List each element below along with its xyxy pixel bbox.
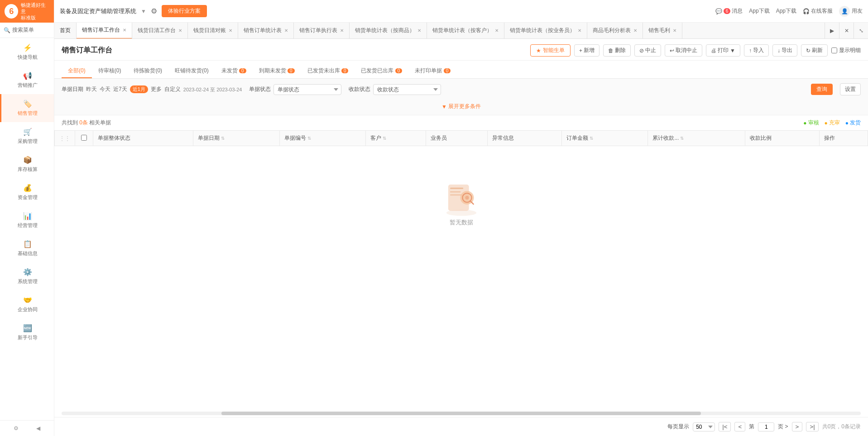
- user-area[interactable]: 👤 用友: [839, 6, 863, 17]
- revoke-btn[interactable]: ● 充审: [825, 119, 840, 127]
- date-more[interactable]: 更多: [151, 85, 162, 93]
- sidebar-item-operations[interactable]: 📊 经营管理: [0, 206, 54, 234]
- tab-sales-stats-product[interactable]: 销货单统计表（按商品） ✕: [350, 23, 427, 39]
- sort-number[interactable]: 单据编号 ⇅: [284, 134, 361, 142]
- message-area[interactable]: 💬 6 消息: [715, 7, 743, 15]
- tab-close-sales-stats-customer[interactable]: ✕: [495, 28, 499, 33]
- collapse-icon[interactable]: ◀: [36, 425, 40, 431]
- sidebar-item-quick[interactable]: ⚡ 快捷导航: [0, 38, 54, 66]
- sidebar-item-marketing[interactable]: 📢 营销推广: [0, 66, 54, 94]
- payment-select[interactable]: 收款状态: [373, 84, 441, 95]
- cancel-suspend-btn[interactable]: ↩ 取消中止: [665, 44, 702, 57]
- search-menu[interactable]: 🔍 搜索菜单: [0, 23, 54, 38]
- tab-restore-btn[interactable]: ⤡: [854, 23, 868, 39]
- print-btn[interactable]: 🖨 打印 ▼: [706, 44, 740, 57]
- date-1month[interactable]: 近1月: [130, 85, 148, 93]
- sort-customer[interactable]: 客户 ⇅: [370, 134, 421, 142]
- sidebar-item-sales[interactable]: 🏷️ 销售管理: [0, 94, 54, 122]
- topbar-gear-icon[interactable]: ⚙: [151, 7, 157, 15]
- tab-close-sales-stats[interactable]: ✕: [284, 28, 288, 33]
- suspend-btn[interactable]: ⊘ 中止: [634, 44, 661, 57]
- sidebar-item-purchase[interactable]: 🛒 采购管理: [0, 122, 54, 150]
- tab-close-cash-reconcile[interactable]: ✕: [229, 28, 232, 33]
- export-btn[interactable]: ↓ 导出: [772, 44, 797, 57]
- first-page-btn[interactable]: |<: [719, 422, 731, 431]
- subtab-shipped-out[interactable]: 已发货已出库 0: [355, 64, 408, 78]
- tab-close-sales-stats-staff[interactable]: ✕: [578, 28, 581, 33]
- tab-close-product-margin[interactable]: ✕: [633, 28, 637, 33]
- select-all-checkbox[interactable]: [81, 135, 87, 141]
- tab-cash-daily[interactable]: 钱货日清工作台 ✕: [132, 23, 188, 39]
- import-btn[interactable]: ↑ 导入: [744, 44, 769, 57]
- tab-close-sales-more[interactable]: ✕: [673, 28, 676, 33]
- sort-collected[interactable]: 累计收款... ⇅: [652, 134, 740, 142]
- subtab-wangpu-ship[interactable]: 旺铺待发货(0): [168, 64, 215, 78]
- experience-btn[interactable]: 体验行业方案: [162, 5, 207, 17]
- sort-date[interactable]: 单据日期 ⇅: [198, 134, 274, 142]
- sidebar-item-system[interactable]: ⚙️ 系统管理: [0, 262, 54, 290]
- chevron-down-icon[interactable]: ▼: [141, 8, 146, 14]
- next-page-btn[interactable]: >: [792, 422, 803, 431]
- subtab-not-shipped[interactable]: 未发货 0: [215, 64, 253, 78]
- sidebar-item-inventory[interactable]: 📦 库存核算: [0, 150, 54, 178]
- th-customer[interactable]: 客户 ⇅: [366, 131, 426, 146]
- expand-filter-btn[interactable]: ▼ 展开更多条件: [441, 103, 481, 110]
- app-download-text[interactable]: App下载: [776, 7, 796, 15]
- date-today[interactable]: 今天: [100, 85, 110, 93]
- tab-sales-more[interactable]: 销售毛利 ✕: [643, 23, 682, 39]
- scrollbar-thumb[interactable]: [221, 412, 701, 415]
- sidebar-item-guide[interactable]: 🆕 新手引导: [0, 318, 54, 346]
- tab-sales-stats-customer[interactable]: 销货单统计表（按客户） ✕: [427, 23, 504, 39]
- tab-sales-workbench[interactable]: 销售订单工作台 ✕: [77, 23, 132, 39]
- sidebar-item-finance[interactable]: 💰 资金管理: [0, 178, 54, 206]
- tab-product-margin[interactable]: 商品毛利分析表 ✕: [587, 23, 643, 39]
- tab-more-btn[interactable]: ▶: [825, 23, 839, 39]
- tab-close-sales-workbench[interactable]: ✕: [123, 28, 126, 33]
- query-btn[interactable]: 查询: [811, 84, 833, 95]
- subtab-shipped-not-out[interactable]: 已发货未出库 0: [301, 64, 355, 78]
- subtab-all[interactable]: 全部(0): [62, 64, 92, 78]
- subtab-not-printed[interactable]: 未打印单据 0: [408, 64, 457, 78]
- tab-close-cash-daily[interactable]: ✕: [178, 28, 182, 33]
- sidebar-item-collab[interactable]: 🤝 企业协同: [0, 290, 54, 318]
- tab-cash-reconcile[interactable]: 钱货日清对账 ✕: [188, 23, 238, 39]
- app-download-link[interactable]: App下载: [749, 7, 769, 15]
- horizontal-scrollbar[interactable]: [62, 412, 861, 415]
- page-size-select[interactable]: 20 50 100: [693, 422, 715, 431]
- prev-page-btn[interactable]: <: [734, 422, 745, 431]
- tab-sales-exec[interactable]: 销售订单执行表 ✕: [294, 23, 350, 39]
- audit-btn[interactable]: ● 审核: [803, 119, 819, 127]
- sidebar-item-basic[interactable]: 📋 基础信息: [0, 234, 54, 262]
- refresh-btn[interactable]: ↻ 刷新: [801, 44, 828, 57]
- smart-generate-btn[interactable]: ★ 智能生单: [530, 44, 571, 57]
- show-detail-checkbox[interactable]: 显示明细: [831, 47, 861, 54]
- th-amount[interactable]: 订单金额 ⇅: [562, 131, 648, 146]
- date-custom[interactable]: 自定义: [164, 85, 181, 93]
- tab-sales-stats-staff[interactable]: 销货单统计表（按业务员） ✕: [504, 23, 587, 39]
- ship-btn[interactable]: ● 发货: [845, 119, 861, 127]
- tab-close-all-btn[interactable]: ✕: [839, 23, 854, 39]
- date-yesterday[interactable]: 昨天: [86, 85, 97, 93]
- th-number[interactable]: 单据编号 ⇅: [279, 131, 365, 146]
- new-btn[interactable]: + 新增: [574, 44, 599, 57]
- tab-home[interactable]: 首页: [54, 23, 77, 39]
- subtab-pending-inspect[interactable]: 待拣验货(0): [127, 64, 168, 78]
- filter-settings-btn[interactable]: 设置: [840, 83, 861, 95]
- last-page-btn[interactable]: >|: [806, 422, 818, 431]
- subtab-overdue-not-shipped[interactable]: 到期未发货 0: [253, 64, 301, 78]
- date-7days[interactable]: 近7天: [113, 85, 127, 93]
- tab-close-sales-stats-product[interactable]: ✕: [417, 28, 421, 33]
- th-check[interactable]: [75, 131, 93, 146]
- th-collected[interactable]: 累计收款... ⇅: [648, 131, 745, 146]
- show-detail-input[interactable]: [831, 47, 837, 53]
- sort-amount[interactable]: 订单金额 ⇅: [566, 134, 643, 142]
- status-select[interactable]: 单据状态: [273, 84, 341, 95]
- subtab-pending-review[interactable]: 待审核(0): [92, 64, 128, 78]
- page-input[interactable]: [758, 422, 774, 431]
- tab-sales-stats[interactable]: 销售订单统计表 ✕: [238, 23, 294, 39]
- delete-btn[interactable]: 🗑 删除: [603, 44, 631, 57]
- settings-icon[interactable]: ⚙: [14, 425, 19, 431]
- online-service-link[interactable]: 🎧 在线客服: [803, 7, 833, 15]
- th-date[interactable]: 单据日期 ⇅: [193, 131, 279, 146]
- tab-close-sales-exec[interactable]: ✕: [340, 28, 344, 33]
